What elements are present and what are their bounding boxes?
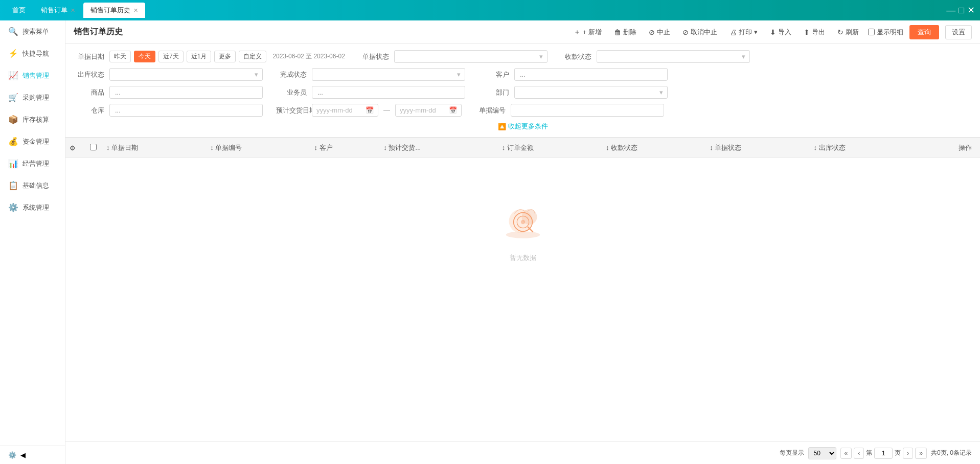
salesperson-input[interactable]: ... — [312, 86, 465, 99]
sidebar-item-sys-mgmt[interactable]: ⚙️ 系统管理 — [0, 196, 65, 218]
display-detail-checkbox[interactable]: 显示明细 — [868, 28, 903, 37]
th-outbound-status[interactable]: ↕ 出库状态 — [810, 138, 914, 158]
customer-input[interactable]: ... — [514, 68, 668, 81]
th-settings[interactable]: ⚙ — [65, 138, 86, 158]
sidebar-item-inventory[interactable]: 📦 库存核算 — [0, 108, 65, 130]
calendar-to-icon[interactable]: 📅 — [449, 106, 457, 114]
settings-button[interactable]: 设置 — [945, 25, 972, 39]
th-bill-status[interactable]: ↕ 单据状态 — [705, 138, 809, 158]
sidebar-item-finance[interactable]: 💰 资金管理 — [0, 130, 65, 152]
page-number-input[interactable] — [874, 448, 893, 459]
display-detail-input[interactable] — [868, 29, 875, 35]
page-size-select[interactable]: 20 50 100 — [808, 447, 836, 459]
print-button[interactable]: 🖨 打印 ▾ — [726, 26, 761, 39]
bill-status-select[interactable]: ▾ — [394, 50, 548, 63]
date-btn-custom[interactable]: 自定义 — [239, 51, 266, 62]
delete-button[interactable]: 🗑 删除 — [611, 26, 640, 39]
last-page-button[interactable]: » — [915, 448, 927, 459]
bill-no-input[interactable] — [511, 104, 664, 117]
department-dropdown-icon: ▾ — [659, 89, 663, 96]
sidebar-item-search-menu[interactable]: 🔍 搜索菜单 — [0, 20, 65, 42]
expected-date-from[interactable]: yyyy-mm-dd 📅 — [312, 104, 378, 117]
prev-page-button[interactable]: ‹ — [854, 448, 864, 459]
empty-text: 暂无数据 — [510, 253, 536, 262]
calendar-from-icon[interactable]: 📅 — [366, 106, 374, 114]
complete-status-select[interactable]: ▾ — [312, 68, 465, 81]
minimize-icon[interactable]: — — [946, 5, 955, 16]
page-size-label: 每页显示 — [780, 449, 804, 457]
collapse-row: 🔼 收起更多条件 — [74, 122, 972, 131]
page-title: 销售订单历史 — [74, 27, 571, 37]
tab-sales-order[interactable]: 销售订单 ✕ — [34, 3, 82, 18]
select-all-checkbox[interactable] — [90, 144, 97, 150]
first-page-button[interactable]: « — [840, 448, 852, 459]
th-receipt-status[interactable]: ↕ 收款状态 — [602, 138, 705, 158]
th-date[interactable]: ↕ 单据日期 — [102, 138, 206, 158]
expected-date-to[interactable]: yyyy-mm-dd 📅 — [395, 104, 462, 117]
filter-area: 单据日期 昨天 今天 近7天 近1月 更多 自定义 2023-06-02 至 2… — [65, 44, 980, 138]
new-button[interactable]: ＋ + 新增 — [571, 26, 605, 39]
sidebar: 🔍 搜索菜单 ⚡ 快捷导航 📈 销售管理 🛒 采购管理 📦 库存核算 💰 资金管… — [0, 20, 65, 464]
date-btn-7days[interactable]: 近7天 — [158, 51, 184, 62]
main-layout: 🔍 搜索菜单 ⚡ 快捷导航 📈 销售管理 🛒 采购管理 📦 库存核算 💰 资金管… — [0, 20, 980, 464]
th-customer[interactable]: ↕ 客户 — [310, 138, 380, 158]
warehouse-label: 仓库 — [74, 106, 104, 115]
basic-info-icon: 📋 — [8, 181, 18, 190]
goods-input[interactable]: ... — [109, 86, 263, 99]
delete-icon: 🗑 — [614, 28, 621, 36]
collapse-button[interactable]: 🔼 收起更多条件 — [498, 122, 548, 131]
sidebar-item-operations[interactable]: 📊 经营管理 — [0, 152, 65, 174]
tab-home[interactable]: 首页 — [5, 3, 33, 18]
export-icon: ⬆ — [804, 28, 810, 36]
maximize-icon[interactable]: □ — [959, 5, 964, 16]
customer-label: 客户 — [478, 70, 509, 79]
export-button[interactable]: ⬆ 导出 — [801, 26, 828, 39]
close-window-icon[interactable]: ✕ — [967, 5, 975, 16]
date-btn-today[interactable]: 今天 — [134, 51, 155, 62]
refresh-button[interactable]: ↻ 刷新 — [834, 26, 862, 39]
collapse-sidebar-icon[interactable]: ◀ — [20, 451, 26, 459]
sidebar-item-sales-mgmt[interactable]: 📈 销售管理 — [0, 64, 65, 86]
tab-sales-order-history[interactable]: 销售订单历史 ✕ — [83, 3, 145, 18]
window-controls: — □ ✕ — [946, 5, 975, 16]
query-button[interactable]: 查询 — [909, 25, 939, 39]
page-total: 共0页, 0条记录 — [931, 449, 972, 457]
svg-point-6 — [520, 220, 525, 224]
sidebar-bottom: ⚙️ ◀ — [0, 446, 65, 464]
date-range-text: 2023-06-02 至 2023-06-02 — [272, 52, 345, 61]
date-btn-more[interactable]: 更多 — [214, 51, 236, 62]
top-bar: 首页 销售订单 ✕ 销售订单历史 ✕ — □ ✕ — [0, 0, 980, 20]
sidebar-item-quick-nav[interactable]: ⚡ 快捷导航 — [0, 42, 65, 64]
th-expected-date[interactable]: ↕ 预计交货... — [379, 138, 498, 158]
sidebar-item-purchase-mgmt[interactable]: 🛒 采购管理 — [0, 86, 65, 108]
inventory-icon: 📦 — [8, 115, 18, 124]
table-header-row: ⚙ ↕ 单据日期 ↕ 单据编号 ↕ 客户 — [65, 138, 980, 158]
bill-no-label: 单据编号 — [475, 106, 506, 115]
warehouse-input[interactable]: ... — [109, 104, 263, 117]
receipt-status-label: 收款状态 — [561, 52, 591, 61]
toolbar: ＋ + 新增 🗑 删除 ⊘ 中止 ⊘ 取消中止 🖨 打印 — [571, 25, 972, 39]
sidebar-item-basic-info[interactable]: 📋 基础信息 — [0, 174, 65, 196]
outbound-status-label: 出库状态 — [74, 70, 104, 79]
outbound-status-select[interactable]: ▾ — [109, 68, 263, 81]
filter-row-2: 出库状态 ▾ 完成状态 ▾ 客户 ... — [74, 68, 972, 81]
filter-row-1: 单据日期 昨天 今天 近7天 近1月 更多 自定义 2023-06-02 至 2… — [74, 50, 972, 63]
department-select[interactable]: ▾ — [514, 86, 668, 99]
import-button[interactable]: ⬇ 导入 — [767, 26, 794, 39]
stop-button[interactable]: ⊘ 中止 — [646, 26, 673, 39]
receipt-status-select[interactable]: ▾ — [597, 50, 750, 63]
search-menu-icon: 🔍 — [8, 27, 18, 36]
import-icon: ⬇ — [770, 28, 776, 36]
settings-bottom-icon[interactable]: ⚙️ — [8, 451, 16, 459]
th-checkbox[interactable] — [86, 138, 102, 158]
cancel-stop-button[interactable]: ⊘ 取消中止 — [679, 26, 720, 39]
date-btn-yesterday[interactable]: 昨天 — [109, 51, 131, 62]
date-btn-1month[interactable]: 近1月 — [187, 51, 212, 62]
th-amount[interactable]: ↕ 订单金额 — [498, 138, 602, 158]
goods-label: 商品 — [74, 88, 104, 97]
next-page-button[interactable]: › — [903, 448, 913, 459]
th-bill-no[interactable]: ↕ 单据编号 — [206, 138, 310, 158]
collapse-up-icon: 🔼 — [498, 123, 506, 130]
close-sales-order-tab[interactable]: ✕ — [71, 7, 75, 14]
close-sales-order-history-tab[interactable]: ✕ — [133, 7, 138, 14]
